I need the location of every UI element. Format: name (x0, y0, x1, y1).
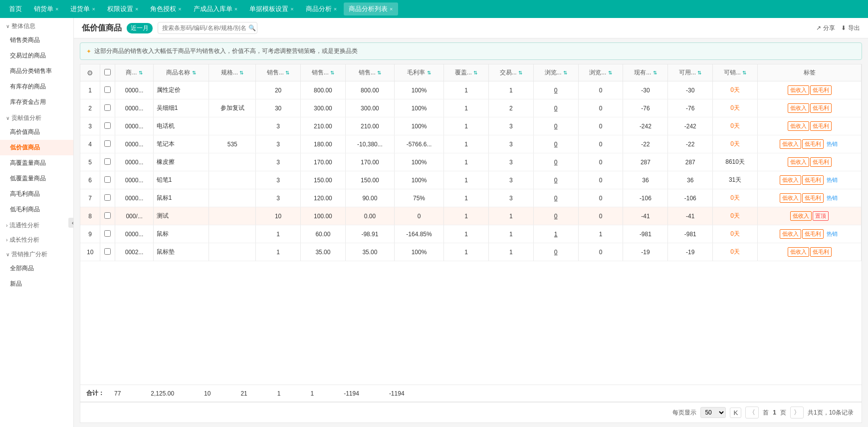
views-link[interactable]: 0 (554, 87, 558, 94)
views-link[interactable]: 0 (554, 177, 558, 184)
cell-name[interactable]: 电话机 (153, 117, 209, 135)
nav-permissions[interactable]: 权限设置 × (102, 2, 143, 15)
nav-close-icon[interactable]: × (334, 6, 337, 12)
cell-checkbox[interactable] (100, 135, 115, 153)
cell-views1[interactable]: 0 (533, 81, 578, 99)
cell-views1[interactable]: 0 (533, 243, 578, 261)
views-link[interactable]: 1 (554, 231, 558, 238)
nav-product-warehouse[interactable]: 产成品入库单 × (189, 2, 242, 15)
cell-name[interactable]: 笔记本 (153, 135, 209, 153)
sidebar-item-new-products[interactable]: 新品 (0, 276, 73, 292)
sidebar-item-category-sales-rate[interactable]: 商品分类销售率 (0, 63, 73, 79)
cell-views1[interactable]: 0 (533, 153, 578, 171)
row-checkbox[interactable] (104, 230, 111, 237)
row-checkbox[interactable] (104, 194, 111, 201)
cell-checkbox[interactable] (100, 99, 115, 117)
row-checkbox[interactable] (104, 86, 111, 93)
cell-checkbox[interactable] (100, 117, 115, 135)
views-link[interactable]: 0 (554, 141, 558, 148)
th-transactions[interactable]: 交易... ⇅ (488, 64, 533, 81)
nav-home[interactable]: 首页 (4, 2, 27, 15)
th-checkbox[interactable] (100, 64, 115, 81)
cell-checkbox[interactable] (100, 153, 115, 171)
th-sales-qty[interactable]: 销售... ⇅ (256, 64, 301, 81)
sidebar-item-low-value[interactable]: 低价值商品 (0, 140, 73, 155)
cell-name[interactable]: 铅笔1 (153, 171, 209, 189)
th-sales-amount[interactable]: 销售... ⇅ (345, 64, 394, 81)
th-gross-margin[interactable]: 毛利率 ⇅ (394, 64, 443, 81)
cell-checkbox[interactable] (100, 243, 115, 261)
cell-name[interactable]: 橡皮擦 (153, 153, 209, 171)
sidebar-item-high-coverage[interactable]: 高覆盖量商品 (0, 155, 73, 171)
row-checkbox[interactable] (104, 140, 111, 147)
nav-product-analysis[interactable]: 商品分析 × (301, 2, 342, 15)
nav-purchase[interactable]: 进货单 × (65, 2, 100, 15)
nav-close-icon[interactable]: × (135, 6, 138, 12)
sidebar-group-contribution[interactable]: ∨ 贡献值分析 (0, 110, 73, 124)
cell-checkbox[interactable] (100, 81, 115, 99)
views-link[interactable]: 0 (554, 159, 558, 166)
cell-views1[interactable]: 0 (533, 189, 578, 207)
cell-name[interactable]: 鼠标1 (153, 189, 209, 207)
nav-role-auth[interactable]: 角色授权 × (145, 2, 186, 15)
prev-page-button[interactable]: 〈 (745, 407, 759, 419)
cell-checkbox[interactable] (100, 225, 115, 243)
th-code[interactable]: 商... ⇅ (115, 64, 154, 81)
th-coverage[interactable]: 覆盖... ⇅ (444, 64, 489, 81)
nav-close-icon[interactable]: × (55, 6, 58, 12)
views-link[interactable]: 0 (554, 249, 558, 256)
sidebar-item-high-value[interactable]: 高价值商品 (0, 124, 73, 140)
sidebar-item-low-coverage[interactable]: 低覆盖量商品 (0, 171, 73, 186)
table-container[interactable]: ⚙ 商... ⇅ 商品名称 ⇅ 规格... ⇅ 销售... ⇅ 销售... ⇅ … (80, 64, 862, 385)
nav-close-icon[interactable]: × (92, 6, 95, 12)
th-available-stock[interactable]: 可用... ⇅ (668, 64, 713, 81)
cell-views1[interactable]: 0 (533, 135, 578, 153)
th-sales-price[interactable]: 销售... ⇅ (301, 64, 346, 81)
cell-name[interactable]: 吴细细1 (153, 99, 209, 117)
share-button[interactable]: ↗ 分享 (816, 24, 835, 32)
th-views1[interactable]: 浏览... ⇅ (533, 64, 578, 81)
gear-icon[interactable]: ⚙ (87, 69, 93, 77)
cell-views1[interactable]: 0 (533, 99, 578, 117)
nav-close-icon[interactable]: × (234, 6, 237, 12)
sidebar-item-sales-products[interactable]: 销售类商品 (0, 32, 73, 48)
cell-name[interactable]: 鼠标 (153, 225, 209, 243)
nav-sales-order[interactable]: 销货单 × (29, 2, 63, 15)
sidebar-item-in-stock-products[interactable]: 有库存的商品 (0, 79, 73, 94)
row-checkbox[interactable] (104, 176, 111, 183)
th-name[interactable]: 商品名称 ⇅ (153, 64, 209, 81)
search-icon[interactable]: 🔍 (248, 24, 256, 31)
sidebar-item-stock-capital[interactable]: 库存资金占用 (0, 94, 73, 110)
sidebar-group-liquidity[interactable]: › 流通性分析 (0, 217, 73, 232)
nav-product-analysis-list[interactable]: 商品分析列表 × (344, 2, 398, 15)
cell-views1[interactable]: 0 (533, 117, 578, 135)
per-page-select[interactable]: 50 20 100 (700, 407, 726, 418)
nav-close-icon[interactable]: × (290, 6, 293, 12)
sidebar-item-all-products[interactable]: 全部商品 (0, 261, 73, 276)
row-checkbox[interactable] (104, 212, 111, 219)
th-views2[interactable]: 浏览... ⇅ (578, 64, 623, 81)
sidebar-item-traded-products[interactable]: 交易过的商品 (0, 48, 73, 63)
views-link[interactable]: 0 (554, 213, 558, 220)
cell-name[interactable]: 属性定价 (153, 81, 209, 99)
next-page-button[interactable]: 〉 (790, 407, 804, 419)
views-link[interactable]: 0 (554, 123, 558, 130)
row-checkbox[interactable] (104, 122, 111, 129)
cell-name[interactable]: 测试 (153, 207, 209, 225)
cell-checkbox[interactable] (100, 171, 115, 189)
select-all-checkbox[interactable] (104, 69, 111, 75)
sidebar-item-high-margin[interactable]: 高毛利商品 (0, 186, 73, 202)
th-current-stock[interactable]: 现有... ⇅ (623, 64, 668, 81)
th-gear[interactable]: ⚙ (80, 64, 100, 81)
nav-close-icon[interactable]: × (178, 6, 181, 12)
period-badge[interactable]: 近一月 (127, 23, 153, 33)
row-checkbox[interactable] (104, 104, 111, 111)
th-sellable[interactable]: 可销... ⇅ (713, 64, 758, 81)
export-button[interactable]: ⬇ 导出 (841, 24, 860, 32)
sidebar-group-growth[interactable]: › 成长性分析 (0, 232, 73, 246)
cell-checkbox[interactable] (100, 207, 115, 225)
cell-checkbox[interactable] (100, 189, 115, 207)
cell-views1[interactable]: 1 (533, 225, 578, 243)
sidebar-group-overall[interactable]: ∨ 整体信息 (0, 18, 73, 32)
cell-views1[interactable]: 0 (533, 207, 578, 225)
